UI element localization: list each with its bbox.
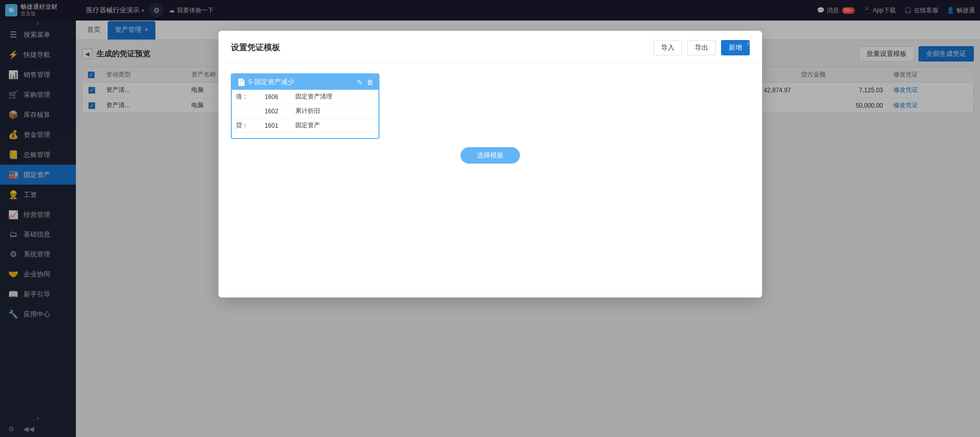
- template-doc-icon: 📄: [237, 78, 246, 86]
- template-row: 1602 累计折旧: [232, 104, 378, 118]
- template-cell-code: 1601: [261, 118, 291, 133]
- template-actions: ✎ 🗑: [357, 78, 373, 86]
- template-card-body: 借： 1606 固定资产清理 1602 累计折旧: [232, 90, 378, 138]
- template-cell-account: [291, 133, 355, 138]
- select-template-wrap: 选择模板: [231, 147, 750, 164]
- set-template-modal: 设置凭证模板 导入 导出 新增 × 📄 5-固定资产减少 ✎: [218, 31, 762, 297]
- template-card: 📄 5-固定资产减少 ✎ 🗑 借： 1606 固定资产清理: [231, 73, 379, 139]
- template-cell-side: [232, 104, 261, 118]
- template-cell-code: 1602: [261, 104, 291, 118]
- import-button[interactable]: 导入: [653, 40, 682, 55]
- modal-title: 设置凭证模板: [231, 43, 280, 53]
- modal-header: 设置凭证模板 导入 导出 新增 ×: [218, 31, 762, 63]
- template-cell-account: 固定资产: [291, 118, 355, 133]
- template-row: 借： 1606 固定资产清理: [232, 90, 378, 104]
- modal-header-actions: 导入 导出 新增: [653, 40, 750, 55]
- template-title: 5-固定资产减少: [249, 77, 354, 87]
- template-cell-code: [261, 133, 291, 138]
- export-button[interactable]: 导出: [687, 40, 716, 55]
- close-icon: ×: [746, 39, 751, 49]
- template-card-header: 📄 5-固定资产减少 ✎ 🗑: [232, 74, 378, 90]
- template-row: 贷： 1601 固定资产: [232, 118, 378, 133]
- template-cell-side: 贷：: [232, 118, 261, 133]
- template-edit-icon[interactable]: ✎: [357, 78, 363, 86]
- modal-body: 📄 5-固定资产减少 ✎ 🗑 借： 1606 固定资产清理: [218, 63, 762, 297]
- template-cell-empty: [355, 90, 367, 104]
- template-cell-empty: [355, 104, 367, 118]
- template-cell-empty2: [367, 90, 378, 104]
- template-cell-account: 累计折旧: [291, 104, 355, 118]
- template-cell-side: [232, 133, 261, 138]
- template-cell-code: 1606: [261, 90, 291, 104]
- template-cell-empty2: [367, 118, 378, 133]
- template-cell-empty: [355, 133, 367, 138]
- template-row: [232, 133, 378, 138]
- template-delete-icon[interactable]: 🗑: [367, 78, 373, 86]
- modal-close-button[interactable]: ×: [743, 38, 755, 50]
- modal-backdrop: 设置凭证模板 导入 导出 新增 × 📄 5-固定资产减少 ✎: [0, 0, 980, 437]
- template-cell-empty2: [367, 104, 378, 118]
- template-cell-side: 借：: [232, 90, 261, 104]
- select-template-button[interactable]: 选择模板: [461, 147, 520, 164]
- template-cell-account: 固定资产清理: [291, 90, 355, 104]
- template-cell-empty2: [367, 133, 378, 138]
- template-cell-empty: [355, 118, 367, 133]
